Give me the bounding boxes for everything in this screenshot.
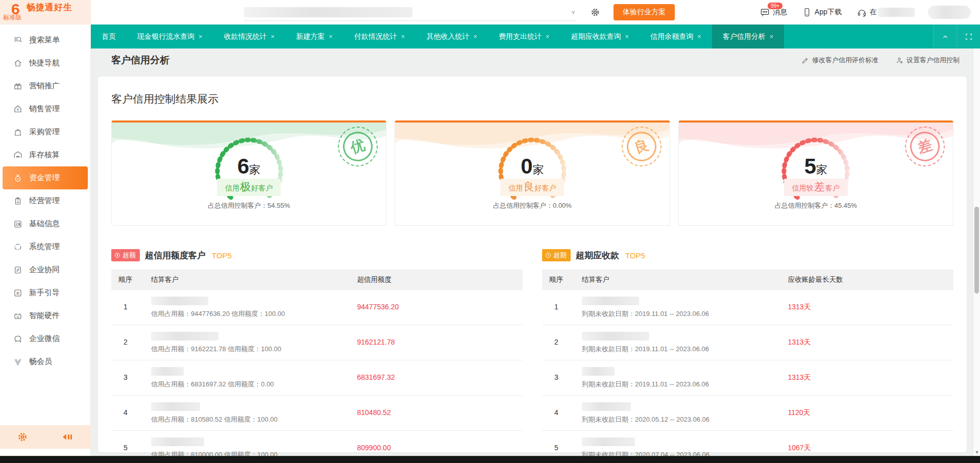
tab-home[interactable]: 首页 [91, 25, 127, 48]
close-icon[interactable]: × [697, 33, 701, 40]
tab-overdue-receivable-query[interactable]: 超期应收款查询× [560, 25, 640, 48]
credit-result-cards: 优 6家 信用极好客户 占总信用控制客户：54.55% [111, 120, 953, 226]
member-v-icon [13, 357, 22, 367]
credit-grade-pill: 信用较差客户 [784, 179, 848, 196]
home-icon [13, 59, 22, 68]
scrollbar-down-arrow[interactable]: ▼ [973, 450, 980, 455]
smart-device-icon [13, 311, 22, 321]
scrollbar-thumb[interactable] [974, 207, 979, 294]
tab-new-plan[interactable]: 新建方案× [285, 25, 344, 48]
close-icon[interactable]: × [199, 33, 203, 40]
search-icon [13, 36, 22, 45]
tab-receipt-stats[interactable]: 收款情况统计× [213, 25, 286, 48]
table-row[interactable]: 2 到期未收款日期：2019.11.01 -- 2023.06.06 1313天 [542, 325, 953, 360]
sidebar-item-funds[interactable]: ¥ 资金管理 [3, 166, 88, 189]
redacted-customer-name [151, 332, 218, 340]
sidebar-item-member[interactable]: 畅会员 [0, 350, 90, 373]
main-panel: 客户信用控制结果展示 优 6家 信用极好客 [98, 77, 967, 452]
close-icon[interactable]: × [625, 33, 629, 40]
count: 0家 [486, 154, 578, 179]
newbie-icon: 新 [13, 288, 22, 298]
section-title: 客户信用控制结果展示 [111, 92, 953, 106]
redacted-customer-name [151, 437, 204, 446]
close-icon[interactable]: × [329, 33, 333, 40]
bottom-taskbar-strip [0, 456, 980, 463]
top5-label: TOP5 [212, 251, 232, 260]
close-icon[interactable]: × [401, 33, 405, 40]
app-download-button[interactable]: App下载 [802, 8, 842, 17]
table-row[interactable]: 3 信用占用额：6831697.32 信用额度：0.00 6831697.32 [111, 360, 523, 396]
headset-icon [857, 8, 867, 17]
edition-label: 标准版 [3, 13, 21, 22]
table-title: 超期应收款 [576, 250, 619, 261]
collapse-sidebar-icon[interactable] [62, 432, 74, 442]
tab-payment-stats[interactable]: 付款情况统计× [344, 25, 416, 48]
messages-button[interactable]: 消息 99+ [760, 8, 787, 17]
top5-label: TOP5 [625, 251, 645, 260]
close-icon[interactable]: × [271, 33, 275, 40]
close-icon[interactable]: × [473, 33, 477, 40]
table-header: 顺序 结算客户 超信用额度 [111, 270, 523, 290]
sidebar-item-quick-nav[interactable]: 快捷导航 [0, 52, 90, 75]
info-doc-icon [13, 220, 22, 229]
sidebar-item-inventory[interactable]: 库存核算 [0, 143, 90, 166]
table-row[interactable]: 2 信用占用额：9162221.78 信用额度：100.00 9162121.7… [111, 325, 523, 360]
redacted-user-area[interactable] [928, 6, 971, 19]
sidebar-item-search-menu[interactable]: 搜索菜单 [0, 29, 90, 52]
sidebar-item-enterprise-collab[interactable]: 企业协同 [0, 258, 90, 281]
table-row[interactable]: 4 信用占用额：810580.52 信用额度：100.00 810480.52 [111, 396, 523, 431]
trial-industry-button[interactable]: 体验行业方案 [614, 4, 675, 20]
collapse-tabs-button[interactable] [933, 25, 957, 48]
table-row[interactable]: 1 信用占用额：94477636.20 信用额度：100.00 94477536… [111, 290, 523, 325]
warehouse-icon [13, 151, 22, 160]
online-service-button[interactable]: 在 [857, 8, 915, 17]
chevron-down-icon[interactable]: ∨ [571, 9, 576, 15]
sidebar-item-sales[interactable]: ¥ 销售管理 [0, 98, 90, 120]
sidebar-menu: 搜索菜单 快捷导航 营销推广 ¥ 销售管理 采购管理 库存核算 [0, 25, 90, 373]
fullscreen-button[interactable] [957, 25, 980, 48]
vertical-scrollbar[interactable]: ▼ [973, 48, 980, 456]
clipboard-icon [13, 197, 22, 206]
table-row[interactable]: 3 到期未收款日期：2019.11.01 -- 2023.06.06 1313天 [542, 360, 953, 396]
redacted-customer-name [582, 297, 639, 305]
table-title-row: 超期 超期应收款 TOP5 [542, 249, 953, 261]
sidebar-item-business-mgmt[interactable]: 经营管理 [0, 189, 90, 212]
redacted-customer-name [151, 367, 184, 376]
sidebar-item-smart-hardware[interactable]: 智能硬件 [0, 304, 90, 327]
sidebar-item-marketing[interactable]: 营销推广 [0, 75, 90, 98]
table-row[interactable]: 4 到期未收款日期：2020.05.12 -- 2023.06.06 1120天 [542, 396, 953, 431]
top-bar: 6◆ 畅捷通好生 标准版 ∨ 体验行业方案 消息 99+ [0, 0, 980, 25]
sidebar-item-wechat-work[interactable]: 企业微信 [0, 327, 90, 350]
sales-house-icon: ¥ [13, 105, 22, 114]
close-icon[interactable]: × [770, 33, 774, 40]
phone-icon [802, 8, 812, 17]
tab-customer-credit-analysis[interactable]: 客户信用分析× [712, 25, 785, 48]
table-row[interactable]: 1 到期未收款日期：2019.11.01 -- 2023.06.06 1313天 [542, 290, 953, 325]
sidebar-footer [0, 425, 91, 449]
count: 5家 [770, 154, 862, 179]
credit-grade-pill: 信用极好客户 [217, 179, 281, 196]
settings-gear-icon[interactable] [17, 431, 28, 443]
redacted-customer-name [151, 402, 200, 411]
tab-bar: 首页 现金银行流水查询× 收款情况统计× 新建方案× 付款情况统计× 其他收入统… [91, 25, 980, 48]
settings-gear-button[interactable] [590, 7, 600, 17]
tab-credit-balance-query[interactable]: 信用余额查询× [640, 25, 712, 48]
sidebar-item-newbie-guide[interactable]: 新 新手引导 [0, 281, 90, 304]
card-good-credit: 良 0家 信用良好客户 占总信用控制客户：0.00% [395, 120, 670, 226]
tab-expense-stats[interactable]: 费用支出统计× [488, 25, 560, 48]
sidebar: 搜索菜单 快捷导航 营销推广 ¥ 销售管理 采购管理 库存核算 [0, 25, 91, 456]
tab-controls [933, 25, 980, 48]
edit-credit-standard-link[interactable]: 修改客户信用评价标准 [801, 56, 878, 65]
page-header: 客户信用分析 修改客户信用评价标准 设置客户信用控制 [91, 48, 980, 72]
account-selector[interactable]: ∨ [244, 4, 576, 21]
sidebar-item-system-mgmt[interactable]: 系统管理 [0, 235, 90, 258]
sidebar-item-base-info[interactable]: 基础信息 [0, 212, 90, 235]
edit-pencil-icon [801, 57, 809, 64]
tab-other-income[interactable]: 其他收入统计× [415, 25, 488, 48]
close-icon[interactable]: × [546, 33, 550, 40]
product-name: 畅捷通好生 [27, 2, 91, 13]
set-credit-control-link[interactable]: 设置客户信用控制 [896, 56, 960, 65]
sidebar-item-purchasing[interactable]: 采购管理 [0, 120, 90, 143]
tab-cash-bank-flow[interactable]: 现金银行流水查询× [127, 25, 213, 48]
table-title-row: 超额 超信用额度客户 TOP5 [111, 249, 523, 261]
